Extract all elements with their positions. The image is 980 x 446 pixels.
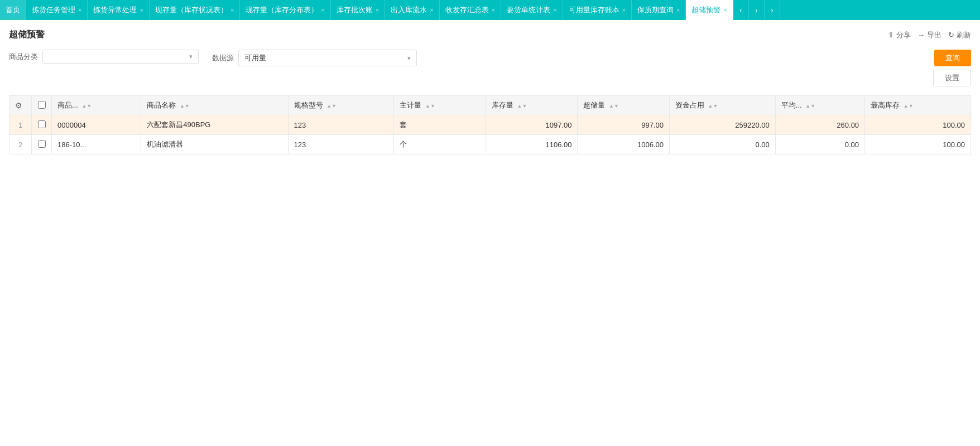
close-icon[interactable]: ×: [230, 7, 234, 13]
close-icon[interactable]: ×: [676, 7, 680, 13]
nav-item-batch[interactable]: 库存批次账 ×: [331, 0, 385, 20]
header-actions: ⇧ 分享 → 导出 ↻ 刷新: [888, 30, 971, 40]
cell-max-stock: 100.00: [865, 115, 971, 135]
nav-item-overstock[interactable]: 超储预警 ×: [686, 0, 733, 20]
row-number: 2: [9, 135, 32, 154]
cell-spec: 123: [288, 135, 394, 154]
sort-icon[interactable]: ▲▼: [81, 103, 92, 109]
column-header-max-stock: 最高库存 ▲▼: [865, 96, 971, 115]
cell-unit: 套: [394, 115, 486, 135]
column-header-spec: 规格型号 ▲▼: [288, 96, 394, 115]
column-header-product-name: 商品名称 ▲▼: [141, 96, 288, 115]
close-icon[interactable]: ×: [622, 7, 626, 13]
cell-capital: 0.00: [669, 135, 775, 154]
row-checkbox-cell: [32, 135, 52, 154]
cell-stock: 1106.00: [486, 135, 578, 154]
share-icon: ⇧: [888, 31, 894, 39]
sort-icon[interactable]: ▲▼: [904, 103, 914, 109]
page-title: 超储预警: [9, 29, 45, 41]
close-icon[interactable]: ×: [140, 7, 143, 13]
sort-icon[interactable]: ▲▼: [708, 103, 718, 109]
row-checkbox-cell: [32, 115, 52, 135]
column-header-product-code: 商品... ▲▼: [52, 96, 141, 115]
nav-item-exception[interactable]: 拣货异常处理 ×: [88, 0, 149, 20]
sort-icon[interactable]: ▲▼: [805, 103, 815, 109]
product-category-label: 商品分类: [9, 52, 38, 62]
close-icon[interactable]: ×: [492, 7, 495, 13]
cell-product-code: 0000004: [52, 115, 141, 135]
table-row: 2 186-10... 机油滤清器 123 个 1106.00 1006.00 …: [9, 135, 971, 154]
table-body: 1 0000004 六配套新昌490BPG 123 套 1097.00 997.…: [9, 115, 971, 154]
filter-datasource: 数据源 可用量 ▾: [212, 50, 417, 66]
sort-icon[interactable]: ▲▼: [517, 103, 527, 109]
nav-item-stock-dist[interactable]: 现存量（库存分布表） ×: [240, 0, 330, 20]
close-icon[interactable]: ×: [78, 7, 81, 13]
sort-icon[interactable]: ▲▼: [326, 103, 337, 109]
close-icon[interactable]: ×: [376, 7, 379, 13]
column-header-gear: ⚙: [9, 96, 32, 115]
select-all-checkbox[interactable]: [38, 101, 46, 109]
column-header-stock: 库存量 ▲▼: [486, 96, 578, 115]
export-button[interactable]: → 导出: [917, 30, 941, 40]
column-header-avg: 平均... ▲▼: [775, 96, 864, 115]
sort-icon[interactable]: ▲▼: [180, 103, 190, 109]
nav-item-available[interactable]: 可用量库存账本 ×: [563, 0, 632, 20]
nav-prev-button[interactable]: ‹: [733, 0, 749, 20]
column-header-unit: 主计量 ▲▼: [394, 96, 486, 115]
nav-item-task-mgmt[interactable]: 拣货任务管理 ×: [26, 0, 88, 20]
page-header: 超储预警 ⇧ 分享 → 导出 ↻ 刷新: [9, 29, 971, 41]
nav-next-button[interactable]: ›: [749, 0, 765, 20]
nav-more-button[interactable]: ›: [765, 0, 780, 20]
column-header-overstock: 超储量 ▲▼: [578, 96, 670, 115]
nav-item-summary[interactable]: 收发存汇总表 ×: [440, 0, 501, 20]
nav-item-inout[interactable]: 出入库流水 ×: [385, 0, 439, 20]
datasource-label: 数据源: [212, 53, 234, 63]
cell-spec: 123: [288, 115, 394, 135]
filter-buttons: 查询 设置: [933, 50, 971, 86]
cell-stock: 1097.00: [486, 115, 578, 135]
refresh-button[interactable]: ↻ 刷新: [948, 30, 971, 40]
column-header-capital: 资金占用 ▲▼: [669, 96, 775, 115]
table-header: ⚙ 商品... ▲▼ 商品名称 ▲▼ 规格型号 ▲▼ 主计: [9, 96, 971, 115]
cell-max-stock: 100.00: [865, 135, 971, 154]
row-checkbox[interactable]: [38, 140, 46, 148]
datasource-select[interactable]: 可用量 ▾: [238, 50, 417, 66]
cell-product-code: 186-10...: [52, 135, 141, 154]
sort-icon[interactable]: ▲▼: [425, 103, 435, 109]
data-table: ⚙ 商品... ▲▼ 商品名称 ▲▼ 规格型号 ▲▼ 主计: [9, 95, 971, 154]
top-nav: 首页 拣货任务管理 × 拣货异常处理 × 现存量（库存状况表） × 现存量（库存…: [0, 0, 980, 20]
product-category-select[interactable]: ▾: [42, 50, 199, 64]
cell-unit: 个: [394, 135, 486, 154]
close-icon[interactable]: ×: [723, 7, 727, 13]
nav-item-expiry[interactable]: 保质期查询 ×: [632, 0, 686, 20]
close-icon[interactable]: ×: [430, 7, 433, 13]
datasource-value: 可用量: [244, 53, 266, 63]
cell-product-name: 机油滤清器: [141, 135, 288, 154]
close-icon[interactable]: ×: [553, 7, 556, 13]
cell-avg: 260.00: [775, 115, 864, 135]
filter-product-category: 商品分类 ▾: [9, 50, 199, 64]
dropdown-arrow-icon: ▾: [189, 53, 193, 60]
row-checkbox[interactable]: [38, 120, 46, 128]
close-icon[interactable]: ×: [321, 7, 324, 13]
cell-capital: 259220.00: [669, 115, 775, 135]
row-number: 1: [9, 115, 32, 135]
settings-button[interactable]: 设置: [933, 70, 971, 86]
refresh-icon: ↻: [948, 31, 954, 39]
cell-product-name: 六配套新昌490BPG: [141, 115, 288, 135]
sort-icon[interactable]: ▲▼: [609, 103, 619, 109]
page-content: 超储预警 ⇧ 分享 → 导出 ↻ 刷新 商品分类 ▾ 数据源: [0, 20, 980, 446]
column-header-checkbox: [32, 96, 52, 115]
nav-item-order-stats[interactable]: 要货单统计表 ×: [501, 0, 563, 20]
nav-item-home[interactable]: 首页: [0, 0, 26, 20]
table-row: 1 0000004 六配套新昌490BPG 123 套 1097.00 997.…: [9, 115, 971, 135]
gear-icon[interactable]: ⚙: [15, 101, 22, 110]
export-icon: →: [917, 31, 925, 39]
cell-overstock: 1006.00: [578, 135, 670, 154]
share-button[interactable]: ⇧ 分享: [888, 30, 911, 40]
nav-item-stock-status[interactable]: 现存量（库存状况表） ×: [150, 0, 240, 20]
cell-overstock: 997.00: [578, 115, 670, 135]
dropdown-arrow-icon: ▾: [407, 55, 411, 62]
query-button[interactable]: 查询: [934, 50, 971, 66]
cell-avg: 0.00: [775, 135, 864, 154]
